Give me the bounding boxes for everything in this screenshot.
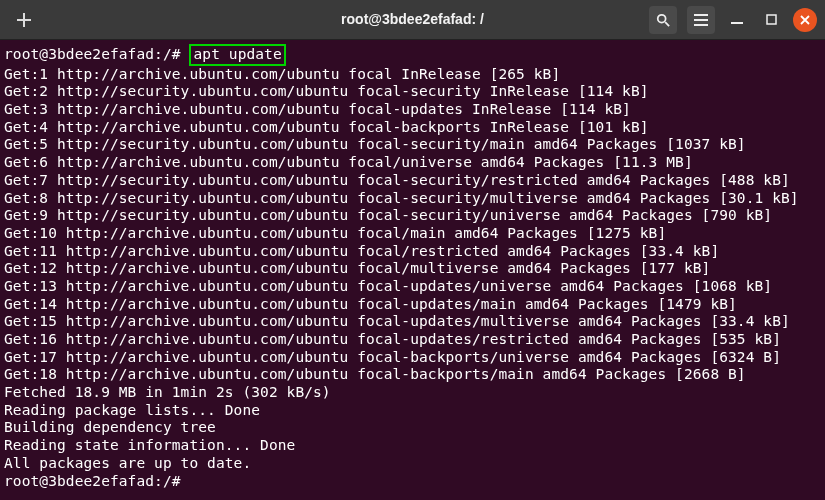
- terminal-output-line: Get:2 http://security.ubuntu.com/ubuntu …: [4, 83, 821, 101]
- prompt-path: /: [163, 46, 172, 62]
- svg-rect-3: [694, 19, 708, 21]
- terminal-output-line: Get:11 http://archive.ubuntu.com/ubuntu …: [4, 243, 821, 261]
- maximize-icon: [766, 14, 777, 25]
- prompt-line: root@3bdee2efafad:/#: [4, 46, 189, 62]
- terminal-output-line: Get:6 http://archive.ubuntu.com/ubuntu f…: [4, 154, 821, 172]
- plus-icon: [17, 13, 31, 27]
- terminal-output-line: Get:17 http://archive.ubuntu.com/ubuntu …: [4, 349, 821, 367]
- maximize-button[interactable]: [759, 8, 783, 32]
- terminal-output-line: Get:10 http://archive.ubuntu.com/ubuntu …: [4, 225, 821, 243]
- terminal-output-line: Building dependency tree: [4, 419, 821, 437]
- close-button[interactable]: [793, 8, 817, 32]
- terminal-output-line: Get:16 http://archive.ubuntu.com/ubuntu …: [4, 331, 821, 349]
- window-title: root@3bdee2efafad: /: [341, 11, 484, 28]
- terminal-output-line: Get:3 http://archive.ubuntu.com/ubuntu f…: [4, 101, 821, 119]
- prompt2-user-host: root@3bdee2efafad: [4, 473, 154, 489]
- new-tab-button[interactable]: [8, 6, 40, 34]
- terminal-output-line: Get:8 http://security.ubuntu.com/ubuntu …: [4, 190, 821, 208]
- titlebar-right: [649, 6, 817, 34]
- search-button[interactable]: [649, 6, 677, 34]
- terminal-output-line: Get:5 http://security.ubuntu.com/ubuntu …: [4, 136, 821, 154]
- prompt-sep: #: [172, 46, 181, 62]
- terminal-output-line: Get:4 http://archive.ubuntu.com/ubuntu f…: [4, 119, 821, 137]
- svg-rect-2: [694, 14, 708, 16]
- terminal-output-line: Get:1 http://archive.ubuntu.com/ubuntu f…: [4, 66, 821, 84]
- prompt2-path: /: [163, 473, 172, 489]
- svg-rect-5: [731, 22, 743, 24]
- svg-point-0: [658, 14, 666, 22]
- prompt2-sep: #: [172, 473, 181, 489]
- terminal-output-line: Get:18 http://archive.ubuntu.com/ubuntu …: [4, 366, 821, 384]
- minimize-button[interactable]: [725, 8, 749, 32]
- terminal-output-line: Fetched 18.9 MB in 1min 2s (302 kB/s): [4, 384, 821, 402]
- terminal-output-line: All packages are up to date.: [4, 455, 821, 473]
- close-icon: [800, 15, 810, 25]
- titlebar-left: [8, 6, 40, 34]
- terminal-viewport[interactable]: root@3bdee2efafad:/# apt update Get:1 ht…: [0, 40, 825, 494]
- highlighted-command: apt update: [189, 44, 285, 66]
- terminal-output-line: Get:9 http://security.ubuntu.com/ubuntu …: [4, 207, 821, 225]
- hamburger-icon: [694, 14, 708, 26]
- prompt-line-2: root@3bdee2efafad:/#: [4, 473, 189, 489]
- svg-rect-6: [767, 15, 776, 24]
- search-icon: [656, 13, 670, 27]
- svg-line-1: [665, 22, 669, 26]
- svg-rect-4: [694, 24, 708, 26]
- prompt-user-host: root@3bdee2efafad: [4, 46, 154, 62]
- titlebar: root@3bdee2efafad: /: [0, 0, 825, 40]
- terminal-output-line: Get:12 http://archive.ubuntu.com/ubuntu …: [4, 260, 821, 278]
- terminal-output-line: Reading package lists... Done: [4, 402, 821, 420]
- terminal-output-line: Get:7 http://security.ubuntu.com/ubuntu …: [4, 172, 821, 190]
- minimize-icon: [731, 14, 743, 26]
- menu-button[interactable]: [687, 6, 715, 34]
- terminal-output-line: Get:15 http://archive.ubuntu.com/ubuntu …: [4, 313, 821, 331]
- terminal-output-line: Reading state information... Done: [4, 437, 821, 455]
- terminal-output: Get:1 http://archive.ubuntu.com/ubuntu f…: [4, 66, 821, 473]
- terminal-output-line: Get:13 http://archive.ubuntu.com/ubuntu …: [4, 278, 821, 296]
- terminal-output-line: Get:14 http://archive.ubuntu.com/ubuntu …: [4, 296, 821, 314]
